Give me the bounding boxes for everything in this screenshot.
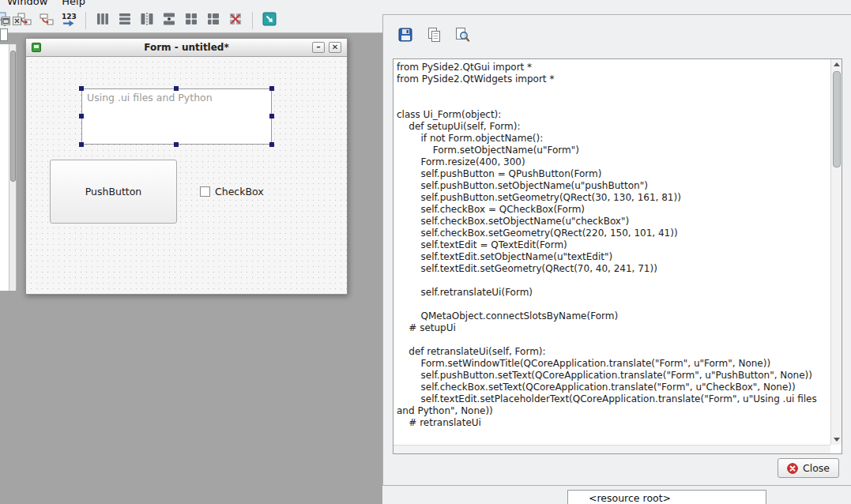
edit-tab-order-icon: 123 — [60, 10, 77, 30]
scroll-down-arrow-icon[interactable] — [831, 434, 842, 445]
pushbutton-label: PushButton — [85, 186, 142, 197]
selection-handle[interactable] — [79, 142, 84, 147]
code-editor[interactable]: from PySide2.QtGui import * from PySide2… — [393, 58, 842, 454]
copy-code-button[interactable] — [423, 24, 445, 47]
menu-help[interactable]: Help — [55, 0, 92, 7]
code-vertical-scrollbar[interactable] — [830, 59, 842, 445]
toolbar-separator — [85, 12, 86, 29]
find-code-button[interactable] — [451, 24, 473, 47]
form-designer-window: Form - untitled* – ✕ Using .ui files and… — [25, 38, 348, 295]
layout-vertical-splitter-icon — [160, 10, 178, 30]
form-window-titlebar[interactable]: Form - untitled* – ✕ — [26, 39, 347, 57]
widget-filter-input[interactable] — [0, 28, 8, 41]
selection-handle[interactable] — [79, 86, 84, 91]
edit-buddies-icon — [38, 10, 55, 30]
adjust-size-icon — [261, 10, 278, 30]
layout-vertical-icon — [116, 10, 134, 30]
layout-horizontal-icon — [94, 10, 111, 30]
menubar: Window Help — [0, 0, 851, 8]
code-dialog-toolbar — [394, 24, 473, 47]
selection-handle[interactable] — [269, 142, 274, 147]
layout-vertical-button[interactable] — [114, 9, 136, 32]
adjust-size-button[interactable] — [258, 9, 281, 32]
layout-vertical-splitter-button[interactable] — [158, 9, 180, 32]
selection-handle[interactable] — [174, 142, 179, 147]
svg-text:123: 123 — [62, 13, 77, 21]
close-button[interactable]: Close — [778, 458, 839, 478]
scroll-up-arrow-icon[interactable] — [831, 59, 842, 70]
form-window-icon — [32, 43, 41, 55]
generated-python-code[interactable]: from PySide2.QtGui import * from PySide2… — [397, 62, 828, 442]
edit-tab-order-button[interactable]: 123 — [58, 9, 80, 32]
toolbar-separator — [252, 12, 253, 29]
checkbox-indicator[interactable] — [200, 186, 210, 197]
find-icon — [454, 26, 471, 46]
layout-horizontal-splitter-icon — [138, 10, 156, 30]
layout-grid-icon — [183, 10, 200, 30]
checkbox-widget[interactable]: CheckBox — [200, 175, 280, 208]
break-layout-icon — [227, 10, 244, 30]
copy-icon — [425, 26, 442, 46]
layout-form-icon — [205, 10, 222, 30]
selection-handle[interactable] — [269, 114, 274, 118]
selection-handle[interactable] — [79, 114, 84, 118]
break-layout-button[interactable] — [224, 9, 247, 32]
widget-box-scrollbar-thumb[interactable] — [10, 51, 16, 182]
selection-handle[interactable] — [269, 86, 274, 91]
menu-window[interactable]: Window — [0, 0, 55, 7]
edit-buddies-button[interactable] — [36, 9, 58, 32]
textedit-widget[interactable]: Using .ui files and Python — [81, 88, 272, 145]
code-vertical-scrollbar-thumb[interactable] — [833, 71, 841, 167]
resource-root-item[interactable]: <resource root> — [568, 491, 766, 504]
dock-float-button[interactable] — [2, 17, 10, 25]
selection-handle[interactable] — [174, 86, 179, 91]
widget-box-panel — [0, 44, 9, 291]
save-icon — [397, 26, 414, 46]
layout-horizontal-button[interactable] — [92, 9, 114, 32]
close-button-label: Close — [803, 462, 830, 474]
dock-close-button[interactable] — [13, 17, 21, 25]
form-close-button[interactable]: ✕ — [329, 42, 341, 53]
layout-grid-button[interactable] — [180, 9, 202, 32]
textedit-placeholder: Using .ui files and Python — [87, 92, 213, 103]
code-preview-dialog: from PySide2.QtGui import * from PySide2… — [382, 14, 851, 486]
close-circle-icon — [787, 463, 798, 474]
menubar-items: Window Help — [0, 0, 851, 7]
dock-titlebar-buttons — [2, 17, 21, 25]
layout-form-button[interactable] — [202, 9, 224, 32]
form-window-title: Form - untitled* — [144, 42, 229, 53]
layout-horizontal-splitter-button[interactable] — [136, 9, 158, 32]
pushbutton-widget[interactable]: PushButton — [50, 160, 177, 224]
form-minimize-button[interactable]: – — [312, 42, 325, 53]
code-horizontal-scrollbar[interactable] — [393, 445, 830, 453]
checkbox-label: CheckBox — [215, 186, 264, 197]
save-code-button[interactable] — [394, 24, 416, 47]
resource-browser-list: <resource root> — [567, 490, 766, 504]
resource-browser-area: <resource root> — [382, 486, 851, 504]
form-canvas[interactable]: Using .ui files and Python PushButton Ch… — [26, 57, 347, 294]
